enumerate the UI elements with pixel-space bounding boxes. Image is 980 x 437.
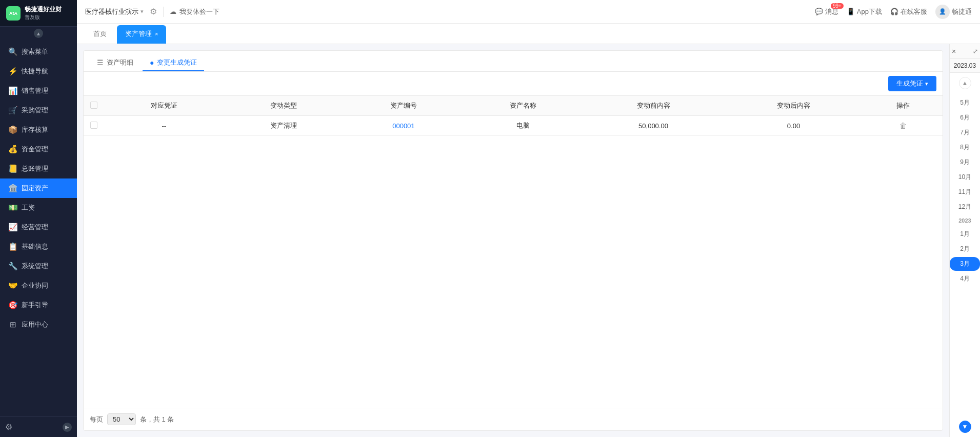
user-profile[interactable]: 👤 畅捷通: [935, 5, 972, 19]
fixed-assets-icon: 🏛️: [8, 184, 17, 193]
date-item-2[interactable]: 7月: [950, 126, 980, 140]
date-scroll-down-btn[interactable]: ▼: [959, 421, 971, 433]
company-selector[interactable]: 医疗器械行业演示 ▾: [85, 7, 144, 16]
sidebar: AtA 畅捷通好业财 普及版 ▲ 🔍 搜索菜单 ⚡ 快捷导航 📊 销售管理 🛒 …: [0, 0, 77, 437]
table-toolbar: 生成凭证 ▾: [84, 72, 943, 96]
sidebar-item-system[interactable]: 🔧 系统管理: [0, 256, 77, 276]
date-item-12[interactable]: 4月: [950, 272, 980, 286]
sidebar-item-finance[interactable]: 💰 资金管理: [0, 140, 77, 159]
th-asset-code: 资产编号: [344, 96, 464, 116]
sidebar-item-fixed-assets[interactable]: 🏛️ 固定资产: [0, 178, 77, 198]
download-icon: 📱: [847, 8, 855, 15]
sidebar-item-operations[interactable]: 📈 经营管理: [0, 217, 77, 237]
sidebar-item-label: 应用中心: [22, 320, 48, 329]
cloud-icon: ☁: [170, 8, 176, 15]
sidebar-item-app-center[interactable]: ⊞ 应用中心: [0, 315, 77, 334]
date-panel: × ⤢ 2023.03 ▲ 5月6月7月8月9月10月11月12月20231月2…: [949, 44, 980, 437]
sidebar-item-label: 工资: [22, 203, 35, 212]
per-page-select[interactable]: 50 10 20 100: [107, 413, 136, 425]
list-icon: ☰: [97, 58, 104, 67]
sidebar-item-label: 经营管理: [22, 223, 48, 232]
sidebar-item-basic-info[interactable]: 📋 基础信息: [0, 237, 77, 256]
date-item-1[interactable]: 6月: [950, 111, 980, 125]
service-icon: 🎧: [890, 8, 898, 15]
date-item-3[interactable]: 8月: [950, 141, 980, 154]
main-area: 医疗器械行业演示 ▾ ⚙ ☁ 我要体验一下 💬 消息 99+ 📱 App下载 🎧…: [77, 0, 980, 437]
basic-info-icon: 📋: [8, 242, 17, 251]
content-area: ☰ 资产明细 ● 变更生成凭证 生成凭证 ▾: [77, 44, 980, 437]
sidebar-item-label: 固定资产: [22, 184, 48, 193]
tab-asset-mgmt[interactable]: 资产管理 ×: [117, 25, 166, 44]
panel-close-btn[interactable]: ×: [952, 47, 956, 55]
messages-badge: 99+: [831, 3, 844, 9]
app-edition: 普及版: [25, 14, 62, 21]
username: 畅捷通: [952, 7, 972, 16]
sidebar-item-label: 快捷导航: [22, 67, 48, 76]
online-service-label: 在线客服: [901, 7, 927, 16]
tab-home[interactable]: 首页: [85, 25, 115, 44]
settings-icon[interactable]: ⚙: [5, 422, 12, 432]
date-item-9[interactable]: 1月: [950, 227, 980, 241]
select-all-checkbox[interactable]: [90, 102, 97, 109]
sidebar-item-ledger[interactable]: 📒 总账管理: [0, 159, 77, 178]
date-item-11[interactable]: 3月: [950, 257, 980, 271]
online-service-button[interactable]: 🎧 在线客服: [890, 7, 927, 16]
sidebar-item-guide[interactable]: 🎯 新手引导: [0, 295, 77, 315]
sidebar-scroll-up[interactable]: ▲: [34, 29, 43, 38]
sidebar-item-inventory[interactable]: 📦 库存核算: [0, 120, 77, 140]
header-settings-icon[interactable]: ⚙: [150, 7, 157, 16]
tab-close-icon[interactable]: ×: [155, 31, 158, 37]
th-after-change: 变动后内容: [724, 96, 864, 116]
ledger-icon: 📒: [8, 164, 17, 173]
sidebar-item-label: 新手引导: [22, 301, 48, 310]
row-delete-icon-0[interactable]: 🗑: [899, 122, 907, 130]
experience-button[interactable]: ☁ 我要体验一下: [170, 7, 219, 16]
date-item-6[interactable]: 11月: [950, 185, 980, 199]
date-scroll-up-btn[interactable]: ▲: [959, 77, 971, 89]
sidebar-item-payroll[interactable]: 💵 工资: [0, 198, 77, 217]
sidebar-item-sales[interactable]: 📊 销售管理: [0, 81, 77, 101]
date-item-0[interactable]: 5月: [950, 96, 980, 110]
sidebar-item-label: 库存核算: [22, 125, 48, 134]
messages-button[interactable]: 💬 消息 99+: [815, 7, 838, 16]
sidebar-item-collab[interactable]: 🤝 企业协同: [0, 276, 77, 295]
date-scroll: 5月6月7月8月9月10月11月12月20231月2月3月4月: [950, 93, 980, 416]
th-voucher: 对应凭证: [104, 96, 224, 116]
sidebar-item-search[interactable]: 🔍 搜索菜单: [0, 42, 77, 62]
th-change-type: 变动类型: [224, 96, 344, 116]
sidebar-footer: ⚙ ▶: [0, 416, 77, 437]
th-asset-name: 资产名称: [464, 96, 584, 116]
date-panel-header: 2023.03: [950, 59, 980, 73]
experience-label: 我要体验一下: [179, 7, 219, 16]
row-checkbox-cell-0: [84, 116, 104, 136]
date-item-4[interactable]: 9月: [950, 155, 980, 169]
date-item-10[interactable]: 2月: [950, 242, 980, 256]
sidebar-scroll-right[interactable]: ▶: [63, 423, 72, 432]
panel-expand-btn[interactable]: ⤢: [973, 48, 978, 55]
total-label: 条，共 1 条: [140, 415, 174, 424]
generate-voucher-button[interactable]: 生成凭证 ▾: [888, 76, 936, 91]
sidebar-item-quick-nav[interactable]: ⚡ 快捷导航: [0, 62, 77, 81]
top-header: 医疗器械行业演示 ▾ ⚙ ☁ 我要体验一下 💬 消息 99+ 📱 App下载 🎧…: [77, 0, 980, 24]
sub-tab-change-voucher[interactable]: ● 变更生成凭证: [143, 55, 204, 71]
sidebar-item-purchase[interactable]: 🛒 采购管理: [0, 101, 77, 120]
header-right: 💬 消息 99+ 📱 App下载 🎧 在线客服 👤 畅捷通: [815, 5, 972, 19]
sidebar-item-label: 销售管理: [22, 86, 48, 95]
circle-icon: ●: [150, 58, 154, 67]
tab-bar: 首页 资产管理 ×: [77, 24, 980, 44]
date-item-7[interactable]: 12月: [950, 200, 980, 214]
app-download-label: App下载: [857, 7, 882, 16]
pagination: 每页 50 10 20 100 条，共 1 条: [84, 408, 943, 430]
table-header-row: 对应凭证 变动类型 资产编号 资产名称 变动前内容 变动后内容 操作: [84, 96, 943, 116]
sub-tab-asset-detail[interactable]: ☰ 资产明细: [90, 55, 141, 71]
tab-home-label: 首页: [93, 30, 107, 37]
app-download-button[interactable]: 📱 App下载: [847, 7, 882, 16]
row-checkbox-0[interactable]: [90, 122, 97, 129]
sidebar-item-label: 搜索菜单: [22, 47, 48, 56]
row-change-type-0: 资产清理: [224, 116, 344, 136]
sidebar-item-label: 资金管理: [22, 145, 48, 154]
app-center-icon: ⊞: [8, 320, 17, 329]
app-name: 畅捷通好业财: [25, 5, 62, 14]
row-voucher-0: --: [104, 116, 224, 136]
date-item-5[interactable]: 10月: [950, 170, 980, 184]
